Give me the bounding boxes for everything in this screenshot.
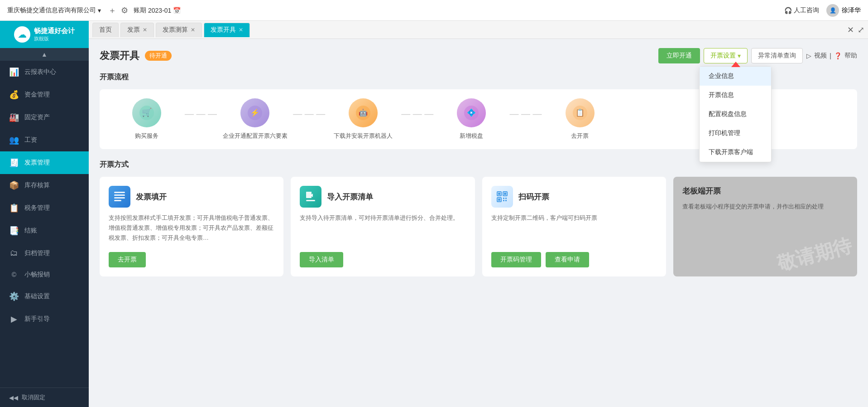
dropdown-item-company-info[interactable]: 企业信息 [700,67,771,86]
user-info[interactable]: 👤 徐泽华 [826,4,861,17]
method-card-fill-header: 发票填开 [109,186,274,208]
tax-disk-label: 配置税盘信息 [709,110,747,118]
scan-view-btn[interactable]: 查看申请 [546,252,589,267]
sidebar-item-xinshouyindao[interactable]: ▶ 新手引导 [0,308,89,330]
method-card-import-header: 导入开票清单 [300,186,465,208]
tab-bar: 首页 发票 ✕ 发票测算 ✕ 发票开具 ✕ ✕ ⤢ [89,21,868,39]
svg-text:⚡: ⚡ [250,108,259,117]
period-value: 2023-01 [148,7,171,14]
yunbao-label: 云报表中心 [24,68,56,76]
scan-icon [491,186,513,208]
xiaochangbaoxiao-label: 小畅报销 [24,271,50,279]
flow-connector-4: — — — [508,109,543,119]
tab-home[interactable]: 首页 [92,23,119,37]
import-icon [300,186,321,208]
printer-label: 打印机管理 [709,129,740,137]
tab-fapiao-close[interactable]: ✕ [143,27,147,33]
scan-desc: 支持定制开票二维码，客户端可扫码开票 [491,213,657,245]
sidebar-item-gudingzichan[interactable]: 🏭 固定资产 [0,106,89,129]
video-help: ▷ 视频 | ❓ 帮助 [806,52,857,60]
svg-marker-0 [731,62,740,67]
jichushezhi-label: 基础设置 [24,292,50,300]
import-btn[interactable]: 导入清单 [300,252,343,267]
account-period: 账期 2023-01 📅 [134,6,181,15]
dropdown-item-tax-disk[interactable]: 配置税盘信息 [700,105,771,124]
dropdown-item-invoice-info[interactable]: 开票信息 [700,86,771,105]
consulting-btn[interactable]: 🎧 人工咨询 [784,6,819,15]
flow-connector-1: — — — [183,109,219,119]
headset-icon: 🎧 [784,7,792,14]
tab-fapiao-kaiju-close[interactable]: ✕ [239,27,243,33]
fill-title: 发票填开 [136,192,167,202]
tab-fapiao-kaiju[interactable]: 发票开具 ✕ [204,23,250,37]
guidang-icon: 🗂 [9,248,19,258]
svg-rect-17 [306,200,315,201]
jichushezhi-icon: ⚙️ [9,291,19,301]
status-badge: 待开通 [145,51,172,61]
xinshouyindao-icon: ▶ [9,314,19,324]
kucun-label: 库存核算 [24,181,50,189]
sidebar-bottom[interactable]: ◀◀ 取消固定 [0,388,89,407]
svg-text:💠: 💠 [467,108,476,117]
svg-rect-14 [114,200,121,201]
company-dropdown-icon: ▾ [98,7,101,14]
help-label[interactable]: 帮助 [844,52,857,60]
fill-go-btn[interactable]: 去开票 [109,252,146,267]
download-client-label: 下载开票客户端 [709,148,753,156]
dropdown-item-download-client[interactable]: 下载开票客户端 [700,143,771,162]
import-desc: 支持导入待开票清单，可对待开票清单进行拆分、合并处理。 [300,213,465,245]
abnormal-btn[interactable]: 异常清单查询 [751,48,803,63]
svg-text:🛒: 🛒 [142,107,152,117]
sidebar-item-guidang[interactable]: 🗂 归档管理 [0,242,89,264]
tab-maximize-btn[interactable]: ⤢ [858,25,864,35]
import-title: 导入开票清单 [327,192,373,202]
page-header: 发票开具 待开通 立即开通 开票设置 ▾ [100,48,857,63]
tab-fapiao-cesuan-close[interactable]: ✕ [191,27,195,33]
boss-desc: 查看老板端小程序提交的开票申请，并作出相应的处理 [682,202,848,212]
top-bar: 重庆畅捷交通信息咨询有限公司 ▾ ＋ ⚙ 账期 2023-01 📅 🎧 人工咨询… [0,0,868,21]
settings-btn[interactable]: ⚙ [121,5,128,15]
dropdown-arrow [731,61,740,68]
zijin-icon: 💰 [9,90,19,100]
video-label[interactable]: 视频 [814,52,827,60]
logo-text: 畅捷通好会计 [34,27,75,35]
sidebar-item-shuiwu[interactable]: 📋 税务管理 [0,197,89,219]
sidebar-item-kucun[interactable]: 📦 库存核算 [0,174,89,197]
page-title: 发票开具 [100,49,139,63]
tab-fapiao[interactable]: 发票 ✕ [120,23,154,37]
flow-step-download: 🤖 下载并安装开票机器人 [327,98,399,140]
method-card-fill: 发票填开 支持按照发票样式手工填开发票；可开具增值税电子普通发票、增值税普通发票… [100,177,283,276]
logo-sub: 旗舰版 [34,35,75,42]
company-name-text: 重庆畅捷交通信息咨询有限公司 [7,6,96,15]
video-play-icon[interactable]: ▷ [806,52,811,59]
calendar-icon[interactable]: 📅 [173,7,181,14]
sidebar-item-xiaochangbaoxiao[interactable]: © 小畅报销 [0,264,89,285]
step-download-icon: 🤖 [349,98,378,127]
company-selector[interactable]: 重庆畅捷交通信息咨询有限公司 ▾ [7,6,101,15]
tab-fapiao-cesuan[interactable]: 发票测算 ✕ [156,23,202,37]
unpin-label: 取消固定 [22,393,45,402]
sidebar-item-jichushezhi[interactable]: ⚙️ 基础设置 [0,285,89,308]
sidebar-item-yunbao[interactable]: 📊 云报表中心 [0,61,89,83]
svg-rect-21 [498,193,500,195]
sidebar-item-jiezhang[interactable]: 📑 结账 [0,219,89,242]
sidebar-item-gongzi[interactable]: 👥 工资 [0,129,89,151]
tab-fapiao-cesuan-label: 发票测算 [163,26,188,34]
logo-icon: ☁ [14,26,30,43]
scan-manage-btn[interactable]: 开票码管理 [491,252,541,267]
sidebar-item-zijin[interactable]: 💰 资金管理 [0,83,89,106]
sidebar-scroll-up[interactable]: ▲ [0,48,89,61]
add-company-btn[interactable]: ＋ [108,5,116,16]
sidebar-item-fapiao[interactable]: 🧾 发票管理 [0,151,89,174]
settings-btn-label: 开票设置 [710,52,736,60]
dropdown-item-printer[interactable]: 打印机管理 [700,124,771,143]
shuiwu-label: 税务管理 [24,204,50,212]
activate-btn[interactable]: 立即开通 [658,48,700,63]
step-go-invoice-label: 去开票 [571,132,589,140]
settings-btn[interactable]: 开票设置 ▾ [704,48,748,63]
invoice-info-label: 开票信息 [709,91,734,99]
boss-watermark: 敬请期待 [775,233,855,276]
zijin-label: 资金管理 [24,91,50,99]
tab-close-btn[interactable]: ✕ [847,25,854,35]
header-actions: 立即开通 开票设置 ▾ [658,48,857,63]
